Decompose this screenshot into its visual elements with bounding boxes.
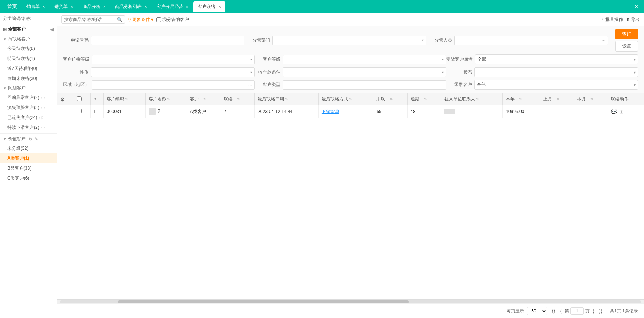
col-contact[interactable]: 联络...⇅ (221, 93, 254, 105)
col-last-method[interactable]: 最后联络方式⇅ (318, 93, 373, 105)
nav-tab-analysis[interactable]: 商品分析 × (78, 1, 110, 12)
filter-region-input[interactable]: ··· (92, 80, 255, 90)
info-icon-churn: ⓘ (41, 106, 45, 110)
sort-last-method-icon[interactable]: ⇅ (349, 97, 352, 101)
sidebar-item-class-c[interactable]: C类客户(6) (0, 173, 57, 183)
sidebar-all-customers-header[interactable]: ⊞ 全部客户 ◀ (0, 24, 57, 35)
nav-home[interactable]: 首页 (3, 3, 21, 10)
nav-tab-analysis-list[interactable]: 商品分析列表 × (111, 1, 151, 12)
my-customers-check[interactable] (156, 17, 161, 22)
nav-tab-customer-contact[interactable]: 客户联络 × (193, 1, 225, 12)
close-analysis-tab-icon[interactable]: × (103, 4, 105, 9)
page-number-input[interactable] (570, 307, 584, 315)
query-button[interactable]: 查询 (615, 29, 638, 39)
first-page-button[interactable]: ⟨⟨ (550, 307, 557, 315)
sidebar-item-churn-warning[interactable]: 流失预警客户(3) ⓘ (0, 103, 57, 113)
sidebar-item-7days[interactable]: 近7天待联络(0) (0, 64, 57, 74)
sidebar-item-unclassified[interactable]: 未分组(32) (0, 144, 57, 153)
col-last-date[interactable]: 最后联络日期⇅ (255, 93, 319, 105)
sort-not-contact-icon[interactable]: ⇅ (390, 97, 393, 101)
filter-person-input[interactable]: ··· (454, 36, 608, 45)
sidebar-item-class-b[interactable]: B类客户(33) (0, 163, 57, 173)
close-all-tabs-icon[interactable]: × (632, 3, 641, 10)
close-customer-contact-tab-icon[interactable]: × (218, 4, 221, 9)
cell-last-method[interactable]: 下销货单 (318, 105, 373, 118)
sort-name-icon[interactable]: ⇅ (167, 97, 170, 101)
bulk-ops-button[interactable]: ☑ 批量操作 (600, 17, 623, 23)
filter-dept-select[interactable]: ▾ (272, 36, 426, 45)
nav-tab-purchase[interactable]: 进货单 × (50, 1, 77, 12)
main-search-input[interactable] (64, 17, 115, 22)
sidebar-collapse-icon[interactable]: ◀ (50, 27, 54, 32)
next-page-button[interactable]: ⟩ (591, 307, 596, 315)
sidebar-item-today[interactable]: 今天待联络(0) (0, 44, 57, 54)
close-customer-segment-tab-icon[interactable]: × (186, 4, 188, 9)
filter-phone-input[interactable] (91, 36, 244, 45)
sort-code-icon[interactable]: ⇅ (125, 97, 128, 101)
filter-retail-attr-select[interactable]: 全部 ▾ (475, 54, 638, 64)
filter-price-grade-select[interactable]: ▾ (92, 55, 255, 64)
sidebar-search-input[interactable] (3, 16, 57, 21)
nav-tab-sales[interactable]: 销售单 × (22, 1, 49, 12)
sidebar-item-class-a[interactable]: A类客户(1) (0, 153, 57, 163)
filter-customer-grade-select[interactable]: ▾ (283, 55, 447, 64)
sidebar-item-tomorrow[interactable]: 明天待联络(1) (0, 54, 57, 64)
my-customers-checkbox[interactable]: 我分管的客户 (156, 17, 189, 23)
last-method-link[interactable]: 下销货单 (322, 109, 339, 114)
settings-button[interactable]: 设置 (615, 41, 638, 52)
col-last-month[interactable]: 上月...⇅ (540, 93, 574, 105)
nav-tab-customer-segment[interactable]: 客户分层经营 × (152, 1, 193, 12)
sidebar-item-lost-customers[interactable]: 已流失客户(24) ⓘ (0, 113, 57, 123)
table-settings-gear-icon[interactable]: ⚙ (60, 96, 65, 102)
select-all-checkbox[interactable] (77, 96, 82, 101)
retail-attr-value: 全部 (477, 56, 486, 63)
close-sales-tab-icon[interactable]: × (43, 4, 45, 9)
row-checkbox[interactable] (77, 109, 82, 113)
sort-contact-icon[interactable]: ⇅ (237, 97, 240, 101)
sidebar-item-repurchase-anomaly[interactable]: 回购异常客户(2) ⓘ (0, 93, 57, 103)
sort-last-month-icon[interactable]: ⇅ (557, 97, 559, 101)
per-page-select[interactable]: 50 10 20 100 (527, 307, 547, 315)
sort-unit-contact-icon[interactable]: ⇅ (476, 97, 479, 101)
col-this-month[interactable]: 本月...⇅ (574, 93, 608, 105)
grid-action-icon[interactable]: ⊞ (619, 109, 624, 114)
filter-payment-select[interactable]: ▾ (283, 67, 447, 77)
col-unit-contact[interactable]: 往来单位联系人⇅ (441, 93, 503, 105)
filter-customer-type-input[interactable] (283, 80, 447, 90)
filter-nature-select[interactable]: ▾ (91, 67, 255, 77)
scroll-track[interactable] (60, 300, 641, 303)
sidebar-item-declining-customers[interactable]: 持续下滑客户(2) ⓘ (0, 123, 57, 132)
col-this-year[interactable]: 本年...⇅ (503, 93, 540, 105)
sidebar-pending-contact-group[interactable]: ▼ 待联络客户 (0, 35, 57, 44)
col-overdue[interactable]: 逾期...⇅ (407, 93, 441, 105)
col-not-contact[interactable]: 未联...⇅ (373, 93, 407, 105)
sort-this-year-icon[interactable]: ⇅ (519, 97, 522, 101)
sort-last-date-icon[interactable]: ⇅ (285, 97, 288, 101)
chat-action-icon[interactable]: 💬 (611, 109, 617, 114)
sidebar-problem-customers-group[interactable]: ▼ 问题客户 (0, 84, 57, 93)
close-analysis-list-tab-icon[interactable]: × (144, 4, 147, 9)
sort-this-month-icon[interactable]: ⇅ (590, 97, 593, 101)
sort-type-icon[interactable]: ⇅ (203, 97, 206, 101)
prev-page-button[interactable]: ⟨ (558, 307, 563, 315)
sort-overdue-icon[interactable]: ⇅ (424, 97, 427, 101)
col-type[interactable]: 客户...⇅ (187, 93, 221, 105)
sidebar-item-overdue[interactable]: 逾期未联络(30) (0, 74, 57, 84)
filter-retail-select[interactable]: 全部 ▾ (474, 80, 638, 90)
scroll-thumb[interactable] (118, 300, 409, 303)
export-button[interactable]: ⬆ 导出 (626, 17, 640, 23)
filter-price-grade-label: 客户价格等级 (63, 56, 89, 63)
refresh-value-icon[interactable]: ↻ (29, 137, 32, 142)
filter-phone-field: 电话号码 (63, 36, 244, 45)
last-page-button[interactable]: ⟩⟩ (597, 307, 604, 315)
horizontal-scrollbar[interactable] (57, 299, 644, 304)
edit-value-icon[interactable]: ✎ (35, 137, 38, 142)
col-name[interactable]: 客户名称⇅ (145, 93, 187, 105)
col-gear[interactable]: ⚙ (57, 93, 74, 105)
main-search-icon[interactable]: 🔍 (117, 17, 122, 22)
col-code[interactable]: 客户编码⇅ (104, 93, 145, 105)
close-purchase-tab-icon[interactable]: × (71, 4, 73, 9)
more-conditions-button[interactable]: ▽ 更多条件 ▾ (128, 17, 153, 23)
filter-status-select[interactable]: ▾ (474, 67, 638, 77)
sidebar-value-customers-group[interactable]: ▼ 价值客户 ↻ ✎ (0, 134, 57, 144)
